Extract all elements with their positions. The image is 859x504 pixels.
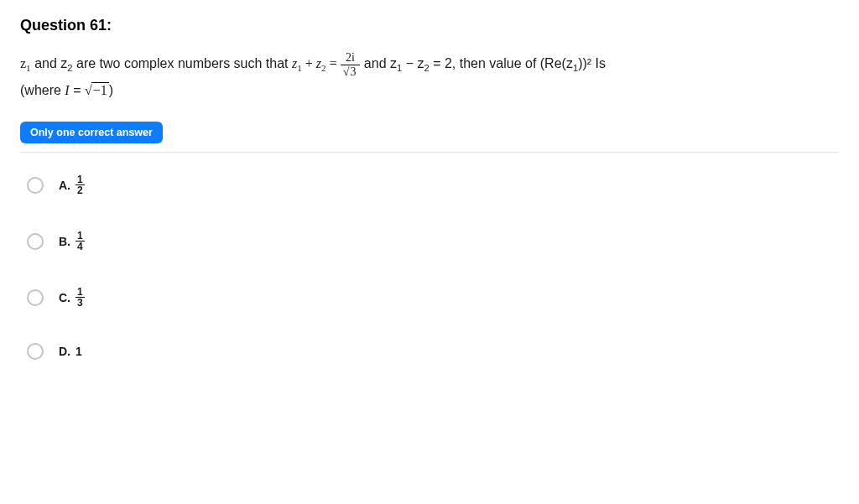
sqrt-neg1: −1 [85,78,109,103]
option-c-label: C. 13 [59,287,85,308]
answer-type-badge: Only one correct answer [20,122,163,143]
fraction-2i-root3: 2i3 [341,52,361,78]
divider [20,152,839,153]
question-body: z1 and z2 are two complex numbers such t… [20,51,839,103]
option-d-label: D. 1 [59,345,82,358]
option-a[interactable]: A. 12 [27,174,839,195]
question-heading: Question 61: [20,17,839,34]
radio-icon [27,233,44,250]
var-z1: z1 [20,56,31,70]
radio-icon [27,289,44,306]
option-a-label: A. 12 [59,174,85,195]
option-b-label: B. 14 [59,231,85,252]
radio-icon [27,177,44,194]
option-c[interactable]: C. 13 [27,287,839,308]
equation-sum: z1 + z2 = 2i3 [292,56,360,70]
radio-icon [27,343,44,360]
option-d[interactable]: D. 1 [27,343,839,360]
options-list: A. 12 B. 14 C. 13 D. 1 [20,174,839,360]
option-b[interactable]: B. 14 [27,231,839,252]
